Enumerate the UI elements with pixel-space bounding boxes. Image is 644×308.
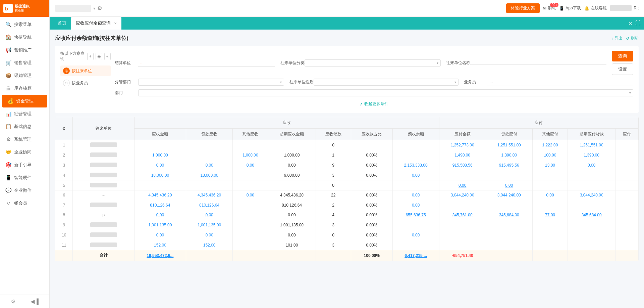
cell-link[interactable]: 345,684.00 — [499, 213, 519, 217]
cell-link[interactable]: 77.00 — [545, 213, 555, 217]
sidebar-item-9[interactable]: ⚙系统管理 — [0, 133, 49, 146]
fullscreen-btn[interactable]: ⛶ — [635, 20, 641, 27]
cell-link[interactable]: 0.00 — [412, 233, 420, 237]
cell-link[interactable]: 13.00 — [545, 163, 555, 168]
user-area[interactable]: Rit — [610, 5, 639, 11]
summary-prepaid[interactable]: 6,417,215.... — [392, 250, 439, 261]
sidebar-item-4[interactable]: 📦采购管理 — [0, 69, 49, 82]
collapse-filter-btn[interactable]: « — [104, 53, 111, 60]
cell-link[interactable]: 1,390.00 — [584, 153, 599, 158]
cell-link[interactable]: 0.00 — [247, 163, 254, 168]
cell-link[interactable]: 4,345,436.20 — [148, 193, 172, 197]
table-settings-icon[interactable]: ⚙ — [55, 117, 73, 140]
partner-category-select[interactable]: ▾ — [305, 59, 441, 67]
sidebar-item-13[interactable]: 💬企业微信 — [0, 184, 49, 197]
cell-link[interactable]: 2,153,333.00 — [404, 163, 428, 168]
cell-link[interactable]: 0.00 — [205, 213, 213, 217]
cell-link[interactable]: 0.00 — [205, 163, 213, 168]
trial-btn[interactable]: 体验行业方案 — [506, 3, 540, 13]
cell-link[interactable]: 0.00 — [205, 233, 213, 237]
sidebar-item-11[interactable]: 🎯新手引导 — [0, 159, 49, 171]
cell-link[interactable]: 810,126.64 — [199, 203, 219, 208]
tab-home[interactable]: 首页 — [53, 17, 71, 30]
cell-link[interactable]: 0.00 — [459, 183, 466, 188]
cell-link[interactable]: 0.00 — [156, 163, 164, 168]
cell-link[interactable]: 1,490.00 — [454, 153, 470, 158]
sidebar-item-3[interactable]: 🛒销售管理 — [0, 56, 49, 69]
cell-link[interactable]: 810,126.64 — [150, 203, 170, 208]
supervision-dept-select[interactable]: ▾ — [138, 79, 284, 86]
topbar-gear-icon[interactable]: ⚙ — [97, 5, 102, 11]
collapse-more-btn[interactable]: ∧ 收起更多条件 — [359, 100, 390, 108]
cell-link[interactable]: 3,044,240.00 — [451, 193, 474, 197]
cell-link[interactable]: 1,251,551.00 — [580, 143, 603, 147]
cell-link[interactable]: 152.00 — [203, 243, 216, 248]
sidebar-item-0[interactable]: 🔍搜索菜单 — [0, 18, 49, 31]
tab-close-icon[interactable]: ✕ — [114, 21, 117, 25]
cell-link[interactable]: 0.00 — [412, 203, 420, 208]
cell-link[interactable]: 0.00 — [247, 193, 254, 197]
cell-link[interactable]: 0.00 — [546, 193, 554, 197]
cell-link[interactable]: 1,252,773.00 — [451, 143, 474, 147]
table-scroll[interactable]: ⚙ 往来单位 应收 应付 应收金额 贷款应收 其他应收 超期应收金额 应收笔数 … — [55, 117, 639, 261]
main-area: ▾ ⚙ 体验行业方案 ✉ 消息 99+ 📱 App下载 🔔 在线客服 Rit 首… — [50, 0, 644, 308]
partner-name-input[interactable] — [470, 61, 606, 64]
cell-link[interactable]: 1,000.00 — [243, 153, 258, 158]
cell-link[interactable]: 1,000.00 — [152, 153, 168, 158]
cell-link[interactable]: 0.00 — [588, 163, 595, 168]
summary-ar-amount[interactable]: 19,553,472,6... — [134, 250, 186, 261]
refresh-btn[interactable]: ↺ 刷新 — [626, 36, 639, 41]
settings-btn[interactable]: 设置 — [612, 63, 633, 75]
salesperson-input[interactable]: ··· — [487, 78, 633, 86]
cell-link[interactable]: 18,000.00 — [151, 173, 169, 178]
tab-ar-ap[interactable]: 应收应付余额查询 ✕ — [71, 17, 121, 30]
sidebar-item-5[interactable]: 🏛库存核算 — [0, 82, 49, 95]
cell-link[interactable]: 345,761.00 — [452, 213, 473, 217]
sidebar-item-2[interactable]: 📢营销推广 — [0, 44, 49, 56]
settlement-unit-input[interactable]: ··· — [138, 59, 275, 67]
download-app-area[interactable]: 📱 App下载 — [559, 5, 581, 11]
cell-link[interactable]: 1,251,551.00 — [497, 143, 521, 147]
cell-link[interactable]: 0.00 — [505, 183, 513, 188]
department-select[interactable]: ▾ — [138, 89, 633, 96]
cell-link[interactable]: 152.00 — [154, 243, 166, 248]
cell-link[interactable]: 0.00 — [156, 233, 164, 237]
close-window-btn[interactable]: ✕ — [628, 20, 633, 27]
sidebar-item-6[interactable]: 💰资金管理 — [2, 95, 47, 107]
cell-link[interactable]: 3,044,240.00 — [580, 193, 603, 197]
sidebar-item-12[interactable]: 📱智能硬件 — [0, 171, 49, 184]
blurred-cell — [90, 183, 117, 187]
partner-nature-select[interactable]: ▾ — [314, 79, 459, 86]
export-btn[interactable]: ↑ 导出 — [611, 36, 623, 41]
collapse-sidebar-icon[interactable]: ◀▐ — [31, 298, 38, 305]
add-filter-btn[interactable]: + — [87, 53, 94, 60]
cell-link[interactable]: 915,508.56 — [452, 163, 473, 168]
edit-filter-btn[interactable]: ◉ — [96, 53, 102, 60]
cell-link[interactable]: 3,044,240.00 — [497, 193, 521, 197]
cell-link[interactable]: 0.00 — [412, 193, 420, 197]
cell-ap-loan: 1,251,551.00 — [486, 140, 532, 150]
sidebar-item-8[interactable]: 📋基础信息 — [0, 120, 49, 133]
cell-link[interactable]: 18,000.00 — [200, 173, 218, 178]
query-by-salesperson[interactable]: ⏱ 按业务员 — [60, 78, 111, 88]
cell-link[interactable]: 1,390.00 — [501, 153, 517, 158]
online-service-area[interactable]: 🔔 在线客服 — [584, 5, 607, 11]
cell-link[interactable]: 4,345,436.20 — [198, 193, 221, 197]
cell-link[interactable]: 0.00 — [156, 213, 164, 217]
settings-footer-icon[interactable]: ⚙ — [11, 298, 15, 305]
cell-link[interactable]: 1,001,135.00 — [148, 223, 172, 227]
cell-link[interactable]: 345,684.00 — [582, 213, 602, 217]
sidebar-item-10[interactable]: 🤝企业协同 — [0, 146, 49, 159]
sidebar-item-7[interactable]: 📊经营管理 — [0, 107, 49, 120]
sidebar-item-1[interactable]: 🏠快捷导航 — [0, 31, 49, 44]
query-btn[interactable]: 查询 — [612, 51, 633, 61]
cell-link[interactable]: 1,222.00 — [542, 143, 558, 147]
notification-area[interactable]: ✉ 消息 99+ — [543, 5, 556, 11]
cell-link[interactable]: 0.00 — [412, 173, 420, 178]
query-by-partner[interactable]: ㊙ 按往来单位 — [60, 65, 111, 76]
cell-link[interactable]: 1,001,135.00 — [198, 223, 221, 227]
cell-link[interactable]: 655,636.75 — [406, 213, 426, 217]
cell-link[interactable]: 100.00 — [544, 153, 556, 158]
cell-link[interactable]: 915,495.56 — [499, 163, 519, 168]
sidebar-item-14[interactable]: V畅会员 — [0, 197, 49, 210]
